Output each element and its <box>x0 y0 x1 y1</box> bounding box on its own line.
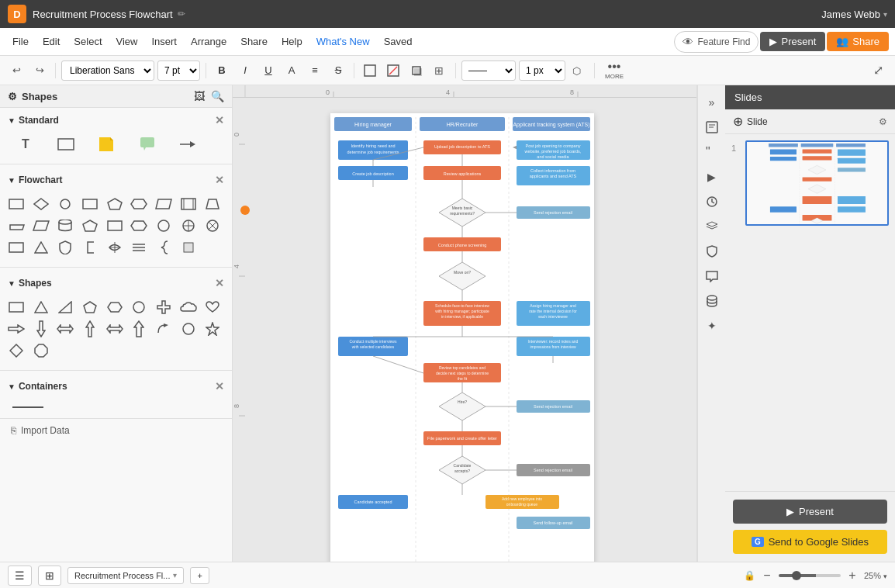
shape-arrow-right[interactable] <box>6 319 26 339</box>
layers-panel-button[interactable] <box>701 216 723 237</box>
standard-shape-callout[interactable] <box>137 134 157 154</box>
flowchart-callout-rect[interactable] <box>6 216 26 236</box>
flowchart-shield[interactable] <box>55 237 75 258</box>
font-size-select[interactable]: 7 pt <box>157 61 200 81</box>
shape-star[interactable] <box>202 319 223 339</box>
shape-octagon[interactable] <box>31 341 51 361</box>
flowchart-circle-cross[interactable] <box>178 216 199 236</box>
send-to-google-slides-button[interactable]: G Send to Google Slides <box>733 530 887 554</box>
standard-shape-text[interactable]: T <box>16 134 36 154</box>
underline-button[interactable]: U <box>258 61 278 81</box>
flowchart-parallelogram2[interactable] <box>31 216 51 236</box>
shape-circle[interactable] <box>129 297 149 317</box>
collapse-standard-icon[interactable]: ▼ <box>8 116 16 125</box>
format-panel-button[interactable] <box>701 116 723 138</box>
app-logo[interactable]: D <box>8 5 26 23</box>
flowchart-rect3[interactable] <box>178 194 199 214</box>
flowchart-parallelogram[interactable] <box>154 194 174 214</box>
canvas-content[interactable]: Hiring manager HR/Recruiter Applicant tr… <box>245 98 696 562</box>
shape-arrow-down[interactable] <box>31 319 51 339</box>
data-panel-button[interactable] <box>701 290 723 312</box>
canvas-area[interactable]: 0 4 8 0 4 8 <box>233 85 696 562</box>
shape-cloud[interactable] <box>178 297 199 317</box>
flowchart-hexagon2[interactable] <box>129 216 149 236</box>
close-shapes-section[interactable]: ✕ <box>215 277 224 289</box>
edit-title-icon[interactable]: ✏ <box>178 9 185 19</box>
flowchart-pentagon[interactable] <box>105 194 125 214</box>
font-family-select[interactable]: Liberation Sans <box>61 61 154 81</box>
zoom-in-button[interactable]: + <box>844 567 861 584</box>
action-present-button[interactable]: ▶ Present <box>733 500 887 524</box>
standard-shape-note[interactable] <box>96 134 116 154</box>
italic-button[interactable]: I <box>235 61 255 81</box>
collapse-flowchart-icon[interactable]: ▼ <box>8 176 16 185</box>
list-view-tab[interactable]: ⊞ <box>38 566 61 586</box>
flowchart-circle[interactable] <box>154 216 174 236</box>
close-standard-section[interactable]: ✕ <box>215 114 224 126</box>
standard-shape-arrow[interactable] <box>178 134 198 154</box>
ai-tools-button[interactable]: ✦ <box>701 315 723 337</box>
menu-whats-new[interactable]: What's New <box>310 33 376 50</box>
slides-settings-button[interactable]: ⚙ <box>879 116 887 127</box>
present-panel-button[interactable]: ▶ <box>701 166 723 188</box>
search-shapes-icon[interactable]: 🔍 <box>211 90 224 102</box>
quote-panel-button[interactable]: " <box>701 141 723 163</box>
flowchart-box-shape[interactable] <box>178 237 199 258</box>
shape-cross[interactable] <box>154 297 174 317</box>
flowchart-process[interactable] <box>6 194 26 214</box>
flowchart-rect5[interactable] <box>6 237 26 258</box>
flowchart-triangle[interactable] <box>31 237 51 258</box>
transform-button[interactable]: ⬡ <box>568 61 589 81</box>
shape-arrow-up2[interactable] <box>129 319 149 339</box>
shape-arrow-bidirectional[interactable] <box>105 319 125 339</box>
shape-arrow-left-right-ends[interactable] <box>55 319 75 339</box>
menu-saved[interactable]: Saved <box>378 33 419 50</box>
share-button[interactable]: 👥 Share <box>827 32 889 51</box>
menu-edit[interactable]: Edit <box>36 33 66 50</box>
feature-find-button[interactable]: 👁 Feature Find <box>674 31 759 53</box>
stroke-color-button[interactable] <box>383 61 403 81</box>
collapse-shapes-icon[interactable]: ▼ <box>8 279 16 288</box>
flowchart-hexagon[interactable] <box>129 194 149 214</box>
close-containers-section[interactable]: ✕ <box>215 380 224 393</box>
shadow-button[interactable] <box>406 61 427 81</box>
shape-pentagon[interactable] <box>80 297 100 317</box>
menu-insert[interactable]: Insert <box>145 33 183 50</box>
shape-arrow-up[interactable] <box>80 319 100 339</box>
zoom-slider[interactable] <box>779 574 841 577</box>
present-button[interactable]: ▶ Present <box>760 32 825 51</box>
flowchart-bracket[interactable] <box>80 237 100 258</box>
history-panel-button[interactable] <box>701 191 723 213</box>
shape-right-triangle[interactable] <box>55 297 75 317</box>
shape-circle2[interactable] <box>178 319 199 339</box>
fill-color-button[interactable] <box>360 61 380 81</box>
collapse-containers-icon[interactable]: ▼ <box>8 382 16 391</box>
security-panel-button[interactable] <box>701 240 723 262</box>
import-data-button[interactable]: ⎘ Import Data <box>0 418 232 442</box>
add-page-button[interactable]: + <box>190 567 209 584</box>
undo-button[interactable]: ↩ <box>6 61 26 81</box>
font-color-button[interactable]: A <box>282 61 302 81</box>
menu-file[interactable]: File <box>6 33 35 50</box>
zoom-out-button[interactable]: − <box>759 567 776 584</box>
bold-button[interactable]: B <box>212 61 232 81</box>
more-options-button[interactable]: ••• MORE <box>600 59 628 81</box>
shape-diamond[interactable] <box>6 341 26 361</box>
flowchart-curly-brace[interactable] <box>154 237 174 258</box>
flowchart-trapezoid[interactable] <box>202 194 223 214</box>
expand-button[interactable]: ⤢ <box>867 60 889 81</box>
close-flowchart-section[interactable]: ✕ <box>215 174 224 186</box>
menu-select[interactable]: Select <box>67 33 108 50</box>
comment-panel-button[interactable] <box>701 265 723 287</box>
flowchart-list[interactable] <box>129 237 149 258</box>
shape-heart[interactable] <box>202 297 223 317</box>
shape-curved-arrow[interactable] <box>154 319 174 339</box>
menu-arrange[interactable]: Arrange <box>185 33 233 50</box>
shape-rect[interactable] <box>6 297 26 317</box>
user-menu[interactable]: James Webb ▾ <box>821 9 887 20</box>
flowchart-pentagon2[interactable] <box>80 216 100 236</box>
redo-button[interactable]: ↪ <box>29 61 50 81</box>
menu-view[interactable]: View <box>110 33 144 50</box>
shape-triangle[interactable] <box>31 297 51 317</box>
current-document-tab[interactable]: Recruitment Process Fl... ▾ <box>67 567 184 584</box>
